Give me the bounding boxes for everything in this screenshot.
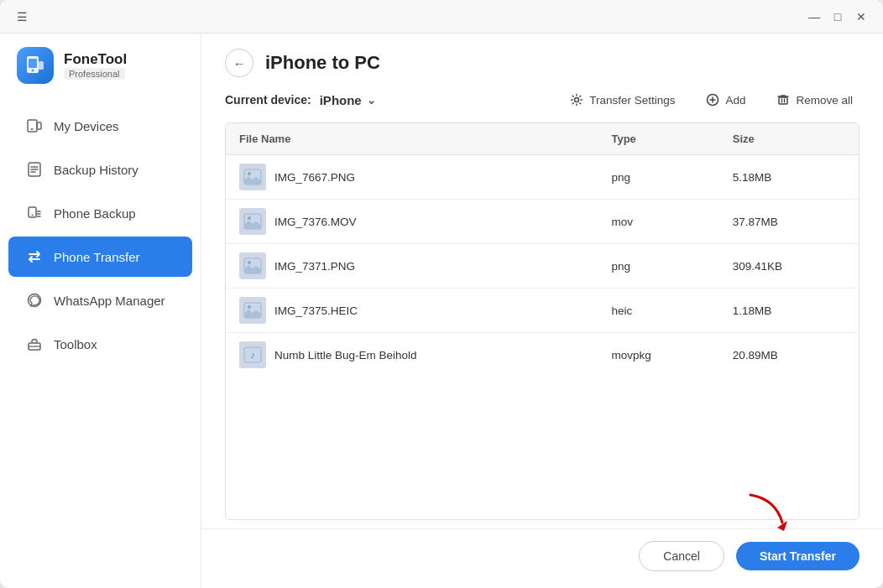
transfer-icon [25, 247, 44, 266]
sidebar-item-label: Toolbox [54, 337, 97, 351]
file-name: IMG_7376.MOV [274, 216, 357, 228]
device-label: Current device: [225, 93, 311, 107]
svg-text:♪: ♪ [250, 350, 255, 360]
file-name: IMG_7667.PNG [274, 171, 355, 184]
remove-all-label: Remove all [796, 94, 853, 107]
file-table: File Name Type Size IMG_7667.PNGpng5.18M… [225, 122, 859, 520]
col-filename: File Name [226, 123, 598, 155]
file-size: 1.18MB [719, 289, 859, 333]
table-row[interactable]: IMG_7375.HEICheic1.18MB [226, 289, 859, 333]
sidebar-item-label: Phone Backup [54, 206, 136, 221]
brand-name: FoneTool [64, 51, 127, 68]
file-size: 5.18MB [719, 155, 859, 200]
table-row[interactable]: IMG_7667.PNGpng5.18MB [226, 155, 859, 200]
file-thumb-icon: ♪ [239, 341, 266, 368]
svg-point-31 [248, 305, 251, 309]
cancel-button[interactable]: Cancel [639, 541, 724, 571]
svg-rect-3 [39, 61, 44, 70]
device-bar: Current device: iPhone ⌄ Transfer Settin [201, 77, 883, 122]
arrow-indicator [742, 491, 792, 536]
file-thumb-icon [239, 252, 266, 279]
svg-rect-5 [37, 122, 41, 129]
brand-icon [17, 47, 54, 84]
sidebar-item-toolbox[interactable]: Toolbox [8, 324, 192, 364]
device-selector[interactable]: iPhone ⌄ [320, 93, 376, 107]
transfer-settings-button[interactable]: Transfer Settings [562, 89, 682, 111]
backup-icon [25, 204, 44, 222]
table-row[interactable]: IMG_7371.PNGpng309.41KB [226, 244, 859, 289]
device-actions: Transfer Settings Add [562, 89, 859, 111]
file-thumb-icon [239, 164, 266, 190]
file-size: 309.41KB [719, 244, 859, 289]
svg-point-16 [575, 98, 579, 102]
file-type: heic [598, 289, 718, 333]
sidebar-item-whatsapp-manager[interactable]: WhatsApp Manager [8, 280, 192, 320]
file-name-cell: IMG_7376.MOV [226, 200, 598, 244]
file-thumb-icon [239, 297, 266, 324]
file-name: Numb Little Bug-Em Beihold [274, 349, 417, 362]
svg-point-2 [32, 70, 34, 72]
start-transfer-button[interactable]: Start Transfer [736, 542, 859, 570]
app-window: ☰ — □ ✕ FoneTool Professional [0, 0, 883, 588]
svg-rect-20 [779, 97, 787, 104]
device-name: iPhone [320, 93, 362, 107]
svg-point-12 [32, 215, 34, 216]
sidebar-item-phone-transfer[interactable]: Phone Transfer [8, 237, 192, 277]
col-size: Size [719, 123, 859, 155]
sidebar-item-phone-backup[interactable]: Phone Backup [8, 193, 192, 233]
add-button[interactable]: Add [698, 89, 752, 111]
page-title: iPhone to PC [265, 52, 380, 74]
sidebar-item-label: My Devices [54, 119, 119, 133]
table-row[interactable]: ♪ Numb Little Bug-Em Beiholdmovpkg20.89M… [226, 333, 859, 377]
table-row[interactable]: IMG_7376.MOVmov37.87MB [226, 200, 859, 244]
file-type: png [598, 155, 718, 200]
add-label: Add [725, 94, 745, 107]
file-size: 20.89MB [719, 333, 859, 377]
svg-point-27 [248, 216, 251, 220]
sidebar-item-label: Backup History [54, 163, 138, 177]
file-name-cell: IMG_7667.PNG [226, 155, 598, 200]
transfer-settings-label: Transfer Settings [589, 94, 675, 107]
footer: Cancel Start Transfer [201, 528, 883, 588]
main-area: FoneTool Professional My Devices [0, 34, 883, 588]
file-name-cell: IMG_7375.HEIC [226, 289, 598, 333]
chevron-down-icon: ⌄ [367, 94, 376, 107]
file-type: movpkg [598, 333, 718, 377]
remove-all-button[interactable]: Remove all [769, 89, 859, 111]
brand: FoneTool Professional [0, 47, 201, 104]
svg-rect-1 [29, 59, 37, 68]
brand-text: FoneTool Professional [64, 51, 127, 80]
settings-icon [569, 92, 584, 107]
sidebar-item-label: Phone Transfer [54, 250, 140, 264]
history-icon [25, 160, 44, 179]
table-header-row: File Name Type Size [226, 123, 859, 155]
titlebar: ☰ — □ ✕ [0, 0, 883, 34]
add-icon [705, 92, 720, 107]
file-size: 37.87MB [719, 200, 859, 244]
content-header: ← iPhone to PC [201, 34, 883, 77]
device-icon [25, 117, 44, 135]
close-button[interactable]: ✕ [849, 5, 873, 29]
sidebar-item-backup-history[interactable]: Backup History [8, 149, 192, 190]
titlebar-menu: ☰ [10, 5, 34, 29]
file-type: mov [598, 200, 718, 244]
sidebar: FoneTool Professional My Devices [0, 34, 201, 588]
file-name: IMG_7371.PNG [274, 260, 355, 273]
svg-point-25 [248, 172, 251, 175]
minimize-button[interactable]: — [802, 5, 826, 29]
file-type: png [598, 244, 718, 289]
menu-icon[interactable]: ☰ [10, 5, 34, 29]
file-name: IMG_7375.HEIC [274, 304, 358, 317]
col-type: Type [598, 123, 718, 155]
sidebar-item-my-devices[interactable]: My Devices [8, 106, 192, 146]
svg-rect-4 [28, 120, 37, 132]
back-button[interactable]: ← [225, 49, 253, 77]
whatsapp-icon [25, 291, 44, 310]
svg-point-29 [248, 261, 251, 264]
maximize-button[interactable]: □ [826, 5, 849, 29]
sidebar-item-label: WhatsApp Manager [54, 294, 165, 308]
toolbox-icon [25, 335, 44, 353]
trash-icon [776, 92, 791, 107]
brand-tier: Professional [64, 68, 125, 80]
file-thumb-icon [239, 208, 266, 235]
